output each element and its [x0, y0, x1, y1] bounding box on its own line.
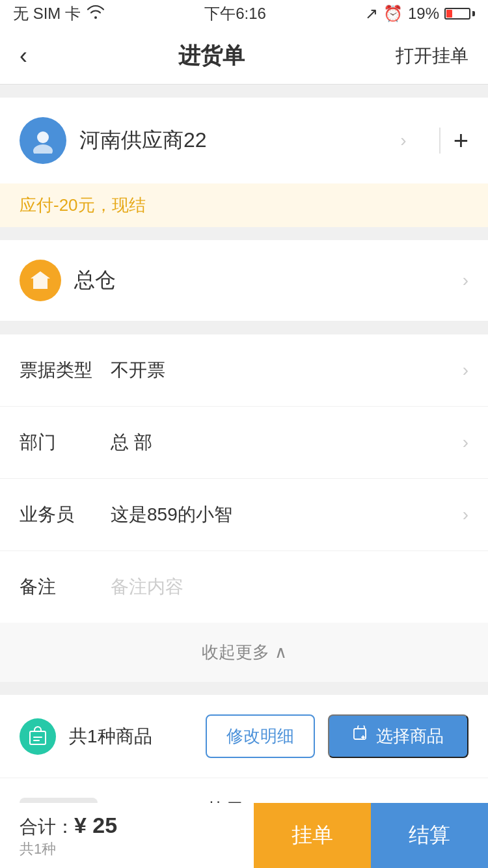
section-gap-1	[0, 85, 488, 98]
remark-placeholder: 备注内容	[111, 575, 468, 599]
product-count-text: 共1种商品	[69, 724, 193, 749]
supplier-divider	[439, 128, 441, 154]
collapse-bar[interactable]: 收起更多 ∧	[0, 623, 488, 682]
select-product-button[interactable]: 选择商品	[328, 714, 468, 758]
status-right: ↗ ⏰ 19%	[365, 5, 475, 23]
invoice-type-label: 票据类型	[20, 358, 98, 383]
department-chevron-icon: ›	[463, 432, 468, 453]
select-product-label: 选择商品	[376, 725, 444, 748]
location-icon: ↗	[365, 5, 378, 23]
section-gap-4	[0, 682, 488, 695]
notice-bar: 应付-20元，现结	[0, 183, 488, 227]
invoice-type-chevron-icon: ›	[463, 360, 468, 381]
warehouse-name: 总仓	[74, 266, 463, 295]
bottom-bar: 合计：¥ 25 共1种 挂单 结算	[0, 803, 488, 868]
salesperson-chevron-icon: ›	[463, 504, 468, 525]
total-line1: 合计：¥ 25	[20, 813, 234, 839]
total-amount: ¥ 25	[74, 813, 117, 837]
invoice-type-row[interactable]: 票据类型 不开票 ›	[0, 334, 488, 406]
salesperson-value: 这是859的小智	[111, 502, 463, 527]
alarm-icon: ⏰	[383, 5, 403, 23]
supplier-chevron-icon: ›	[400, 130, 406, 151]
form-section: 票据类型 不开票 › 部门 总 部 › 业务员 这是859的小智 › 备注 备注…	[0, 334, 488, 623]
status-time: 下午6:16	[204, 3, 266, 24]
battery-icon	[444, 8, 475, 20]
svg-point-1	[33, 144, 53, 154]
department-row[interactable]: 部门 总 部 ›	[0, 406, 488, 478]
product-count-icon	[20, 718, 56, 755]
add-supplier-button[interactable]: +	[454, 126, 468, 156]
department-label: 部门	[20, 430, 98, 455]
supplier-row[interactable]: 河南供应商22 › +	[0, 98, 488, 183]
department-value: 总 部	[111, 430, 463, 455]
status-bar: 无 SIM 卡 下午6:16 ↗ ⏰ 19%	[0, 0, 488, 27]
warehouse-icon	[20, 260, 61, 301]
battery-percent: 19%	[408, 5, 439, 23]
hang-button[interactable]: 挂单	[254, 803, 371, 868]
collapse-text: 收起更多	[202, 641, 269, 664]
total-label: 合计：	[20, 817, 74, 837]
supplier-section: 河南供应商22 › + 应付-20元，现结	[0, 98, 488, 227]
svg-point-0	[37, 131, 49, 143]
section-gap-3	[0, 321, 488, 334]
salesperson-row[interactable]: 业务员 这是859的小智 ›	[0, 478, 488, 550]
select-product-icon	[353, 726, 370, 747]
nav-bar: ‹ 进货单 打开挂单	[0, 27, 488, 85]
wifi-icon	[86, 5, 105, 23]
checkout-button[interactable]: 结算	[371, 803, 488, 868]
status-left: 无 SIM 卡	[13, 3, 105, 24]
warehouse-row[interactable]: 总仓 ›	[0, 240, 488, 321]
supplier-avatar	[20, 117, 66, 164]
open-hang-button[interactable]: 打开挂单	[396, 44, 468, 68]
remark-row[interactable]: 备注 备注内容	[0, 550, 488, 623]
sim-status: 无 SIM 卡	[13, 3, 81, 24]
modify-detail-button[interactable]: 修改明细	[206, 714, 315, 758]
page-title: 进货单	[178, 41, 245, 71]
invoice-type-value: 不开票	[111, 358, 463, 383]
collapse-icon: ∧	[275, 642, 287, 662]
bottom-total: 合计：¥ 25 共1种	[0, 803, 254, 868]
warehouse-section: 总仓 ›	[0, 240, 488, 321]
product-header: 共1种商品 修改明细 选择商品	[0, 695, 488, 778]
remark-label: 备注	[20, 575, 98, 599]
section-gap-2	[0, 227, 488, 240]
back-button[interactable]: ‹	[20, 42, 27, 70]
total-sub-label: 共1种	[20, 839, 234, 859]
warehouse-chevron-icon: ›	[463, 270, 468, 291]
supplier-name: 河南供应商22	[79, 126, 400, 155]
salesperson-label: 业务员	[20, 502, 98, 527]
